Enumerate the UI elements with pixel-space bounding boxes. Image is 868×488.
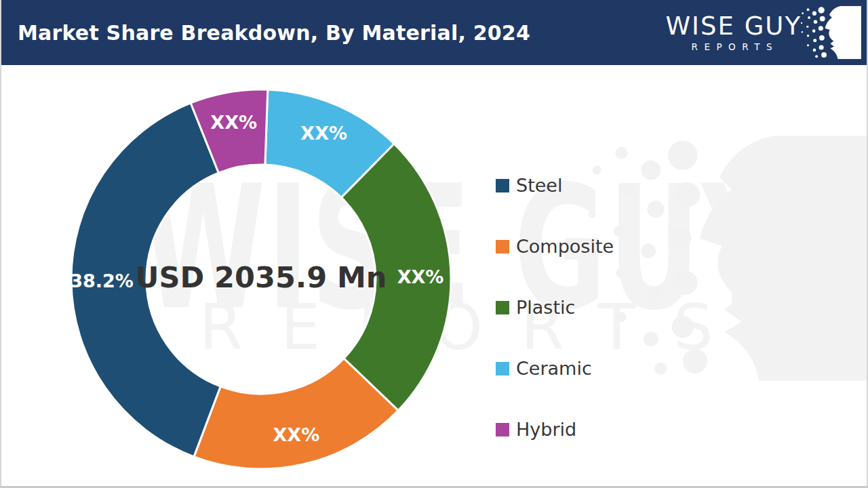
- segment-label-composite: XX%: [273, 424, 320, 445]
- legend-item-composite: Composite: [496, 237, 614, 256]
- legend-label: Composite: [516, 237, 614, 256]
- legend-item-hybrid: Hybrid: [496, 420, 614, 439]
- legend-swatch: [496, 240, 509, 253]
- legend-swatch: [496, 301, 509, 314]
- segment-label-plastic: XX%: [397, 266, 444, 287]
- wiseguy-face-icon: [792, 5, 861, 60]
- legend-swatch: [496, 362, 509, 375]
- logo-brand-text: WISE GUY: [666, 14, 802, 39]
- wiseguy-logo: WISE GUY REPORTS: [666, 5, 861, 60]
- legend-swatch: [496, 179, 509, 192]
- legend-label: Hybrid: [516, 420, 576, 439]
- logo-reports-text: REPORTS: [666, 41, 802, 52]
- wiseguy-logo-text: WISE GUY REPORTS: [666, 14, 802, 52]
- legend: Steel Composite Plastic Ceramic Hybrid: [496, 176, 614, 439]
- infographic-page: Market Share Breakdown, By Material, 202…: [0, 0, 868, 488]
- page-title: Market Share Breakdown, By Material, 202…: [18, 21, 530, 45]
- chart-center-value: USD 2035.9 Mn: [136, 260, 387, 294]
- segment-label-hybrid: XX%: [210, 112, 257, 133]
- legend-label: Plastic: [516, 298, 575, 317]
- segment-label-steel: 38.2%: [70, 270, 134, 291]
- legend-item-steel: Steel: [496, 176, 614, 195]
- legend-label: Steel: [516, 176, 562, 195]
- legend-item-plastic: Plastic: [496, 298, 614, 317]
- segment-label-ceramic: XX%: [300, 123, 347, 144]
- legend-item-ceramic: Ceramic: [496, 359, 614, 378]
- header: Market Share Breakdown, By Material, 202…: [0, 0, 868, 65]
- legend-label: Ceramic: [516, 359, 592, 378]
- legend-swatch: [496, 423, 509, 436]
